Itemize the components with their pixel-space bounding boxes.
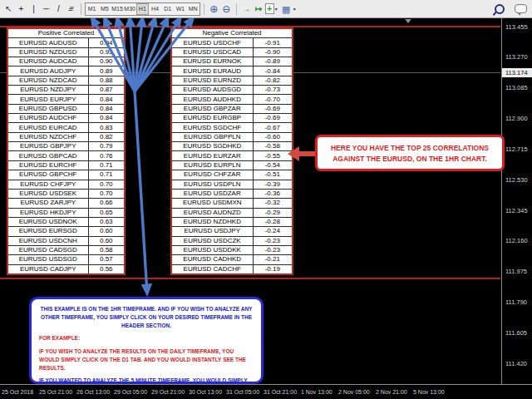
price-tick-label: 112.900 xyxy=(505,115,528,122)
pair-cell: EURUSD NZDHKD xyxy=(171,217,253,226)
pair-cell: EURUSD SGDCHF xyxy=(171,123,253,132)
correlation-row: EURUSD NZDCAD0.88 xyxy=(7,76,125,85)
indicators-icon[interactable]: + xyxy=(265,3,274,14)
value-cell: 0.57 xyxy=(88,255,125,264)
current-price-label: 113.174 xyxy=(502,68,532,77)
value-cell: -0.60 xyxy=(253,132,293,141)
price-axis[interactable]: 113.174 113.455113.270113.085112.900112.… xyxy=(501,18,532,384)
pair-cell: EURUSD USDCZK xyxy=(171,236,253,245)
pair-cell: EURUSD USDJPY xyxy=(171,227,253,236)
pair-cell: EURUSD AUDUSD xyxy=(7,38,88,47)
pair-cell: EURUSD CADCHF xyxy=(171,264,253,274)
pair-cell: EURUSD NZDJPY xyxy=(7,86,88,95)
value-cell: -0.32 xyxy=(253,199,293,208)
auto-scroll-icon[interactable]: → xyxy=(240,2,253,16)
pair-cell: EURUSD EURNOK xyxy=(171,57,253,66)
toolbar-right-group xyxy=(495,4,532,14)
pair-cell: EURUSD EURJPY xyxy=(7,95,88,104)
blue-annotation-paragraph: FOR EXAMPLE: xyxy=(39,334,254,342)
timeframe-button-d1[interactable]: D1 xyxy=(161,3,174,15)
templates-icon[interactable]: ▦ xyxy=(280,2,293,16)
horizontal-line-icon[interactable]: ─ xyxy=(40,2,52,16)
timeframe-button-w1[interactable]: W1 xyxy=(174,3,186,15)
price-tick-label: 112.530 xyxy=(505,176,528,184)
crosshair-icon[interactable]: + xyxy=(15,2,27,16)
correlation-row: EURUSD NZDUSD0.93 xyxy=(7,47,125,57)
comment-icon[interactable] xyxy=(515,4,527,13)
pair-cell: EURUSD EURCAD xyxy=(7,123,88,132)
timeframe-button-m5[interactable]: M5 xyxy=(98,3,111,15)
blue-annotation-box: THIS EXAMPLE IS ON THE 1HR TIMEFRAME. AN… xyxy=(29,297,264,384)
price-tick-label: 113.085 xyxy=(505,84,528,91)
correlation-row: EURUSD AUDHKD-0.70 xyxy=(171,95,293,104)
chart-shift-icon[interactable]: ↦ xyxy=(253,2,265,16)
pair-cell: EURUSD CHFZAR xyxy=(171,170,253,180)
correlation-row: EURUSD HKDJPY0.65 xyxy=(7,208,125,217)
value-cell: 0.76 xyxy=(88,151,125,160)
timeframe-button-m15[interactable]: M15 xyxy=(111,3,123,15)
zoom-in-icon[interactable]: ⊕ xyxy=(208,2,220,16)
pair-cell: EURUSD CADHKD xyxy=(171,255,253,264)
pair-cell: EURUSD AUDJPY xyxy=(7,66,88,76)
correlation-row: EURUSD EURZAR-0.55 xyxy=(171,151,293,160)
correlation-row: EURUSD AUDSGD-0.73 xyxy=(171,86,293,95)
value-cell: 0.84 xyxy=(88,95,125,104)
time-axis[interactable]: 25 Oct 201825 Oct 21:0026 Oct 13:0029 Oc… xyxy=(0,384,532,399)
price-tick-label: 112.160 xyxy=(505,237,528,244)
red-annotation-box: HERE YOU HAVE THE TOP 25 CORRELATIONS AG… xyxy=(315,135,505,171)
pair-cell: EURUSD USDCAD xyxy=(171,47,253,57)
pair-cell: EURUSD AUDCAD xyxy=(7,57,88,66)
table-title: Negative Correlated xyxy=(171,28,293,38)
correlation-row: EURUSD CADJPY0.56 xyxy=(7,264,125,274)
templates-dropdown-caret-icon[interactable]: ▾ xyxy=(293,6,296,12)
correlation-row: EURUSD EURAUD-0.84 xyxy=(171,66,293,76)
correlation-row: EURUSD EURNOK-0.89 xyxy=(171,57,293,66)
zoom-out-icon[interactable]: ⊖ xyxy=(220,2,233,16)
value-cell: 0.60 xyxy=(88,227,125,236)
time-tick-label: 25 Oct 21:00 xyxy=(39,389,72,395)
search-icon[interactable] xyxy=(495,4,505,14)
time-tick-label: 29 Oct 21:00 xyxy=(151,389,185,395)
value-cell: 0.93 xyxy=(88,47,125,57)
value-cell: 0.60 xyxy=(88,236,125,245)
toolbar-separator xyxy=(81,3,81,15)
correlation-row: EURUSD USDCAD-0.90 xyxy=(171,47,293,57)
correlation-row: EURUSD USDMXN-0.32 xyxy=(171,199,293,208)
timeframe-button-mn[interactable]: MN xyxy=(187,3,200,15)
pair-cell: EURUSD NZDCAD xyxy=(7,76,88,85)
pair-cell: EURUSD USDMXN xyxy=(171,199,253,208)
pair-cell: EURUSD USDNOK xyxy=(7,217,88,226)
correlation-row: EURUSD USDCNH0.60 xyxy=(7,236,125,245)
pair-cell: EURUSD EURZAR xyxy=(171,151,253,160)
red-annotation-line: HERE YOU HAVE THE TOP 25 CORRELATIONS xyxy=(318,144,502,152)
correlation-row: EURUSD USDZAR-0.36 xyxy=(171,189,293,198)
correlation-row: EURUSD CADCHF-0.19 xyxy=(171,264,293,274)
toolbar-separator xyxy=(204,3,204,15)
cursor-icon[interactable]: ↖ xyxy=(2,2,15,16)
timeframe-group: M1M5M15M30H1H4D1W1MN xyxy=(85,2,200,16)
correlation-row: EURUSD NZDJPY0.87 xyxy=(7,86,125,95)
vertical-line-icon[interactable]: | xyxy=(27,2,40,16)
value-cell: 0.65 xyxy=(88,208,125,217)
correlation-row: EURUSD EURCAD0.83 xyxy=(7,123,125,132)
timeframe-button-h1[interactable]: H1 xyxy=(136,3,149,15)
price-tick-label: 111.975 xyxy=(505,268,527,275)
correlation-row: EURUSD USDCZK-0.23 xyxy=(171,236,293,245)
correlation-row: EURUSD NZDHKD-0.28 xyxy=(171,217,293,226)
indicators-dropdown-caret-icon[interactable]: ▾ xyxy=(275,6,278,12)
price-tick-label: 111.790 xyxy=(505,298,527,306)
value-cell: -0.29 xyxy=(253,208,293,217)
correlation-row: EURUSD USDCHF-0.91 xyxy=(171,38,293,47)
timeframe-button-h4[interactable]: H4 xyxy=(149,3,161,15)
timeframe-button-m30[interactable]: M30 xyxy=(124,3,136,15)
pair-cell: EURUSD EURNZD xyxy=(171,76,253,85)
correlation-row: EURUSD EURJPY0.84 xyxy=(7,95,125,104)
timeframe-button-m1[interactable]: M1 xyxy=(86,3,98,15)
value-cell: -0.84 xyxy=(253,66,293,76)
correlation-row: EURUSD CHFZAR-0.51 xyxy=(171,170,293,180)
pair-cell: EURUSD GBPZAR xyxy=(171,104,253,113)
value-cell: 0.79 xyxy=(88,142,125,151)
correlation-row: EURUSD USDJPY-0.24 xyxy=(171,227,293,236)
pair-cell: EURUSD EURPLN xyxy=(171,160,253,170)
time-tick-label: 1 Nov 13:00 xyxy=(301,389,332,395)
